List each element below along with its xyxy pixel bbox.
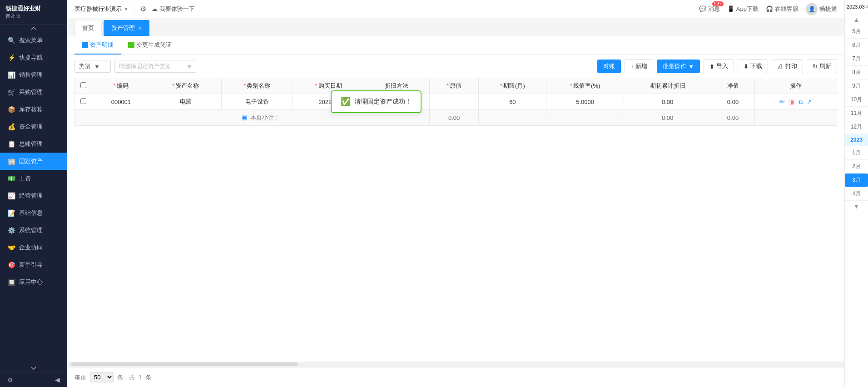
download-icon: ⬇	[744, 63, 749, 70]
experience-btn[interactable]: ☁ 我要体验一下	[152, 5, 195, 13]
user-profile-btn[interactable]: 👤 畅捷通	[806, 3, 837, 15]
th-original-value: *原值	[429, 78, 478, 94]
calendar-month[interactable]: 3月	[845, 174, 868, 187]
sidebar-item-inventory[interactable]: 📦 库存核算	[0, 101, 67, 118]
subtotal-period-cumulative: 0.00	[624, 110, 711, 126]
sidebar-item-base-info[interactable]: 📝 基础信息	[0, 204, 67, 222]
app-subtitle: 普及版	[5, 13, 62, 20]
calendar-month[interactable]: 2月	[845, 160, 868, 174]
online-service-btn[interactable]: 🎧 在线客服	[766, 5, 799, 13]
per-page-select[interactable]: 50 100 200	[90, 372, 114, 382]
tab-asset-detail-label: 资产明细	[90, 41, 114, 49]
more-icon[interactable]: ↗	[807, 98, 812, 105]
hscroll-bar[interactable]	[67, 362, 844, 367]
sidebar-icon-search: 🔍	[7, 36, 15, 45]
per-page-label: 每页	[74, 373, 86, 382]
calendar-month[interactable]: 11月	[845, 107, 868, 120]
sidebar-item-app-center[interactable]: 🔲 应用中心	[0, 273, 67, 291]
subtotal-label: 本页小计：	[250, 114, 280, 121]
delete-icon[interactable]: 🗑	[789, 98, 795, 105]
message-icon: 💬	[699, 5, 706, 12]
th-checkbox	[75, 78, 92, 94]
select-all-checkbox[interactable]	[80, 82, 86, 88]
calendar-year-2023[interactable]: 2023	[845, 134, 868, 146]
sidebar-item-payroll[interactable]: 💵 工资	[0, 170, 67, 187]
calendar-month[interactable]: 8月	[845, 66, 868, 79]
sidebar-scroll-down[interactable]	[0, 365, 67, 372]
messages-btn[interactable]: 💬 消息 99+	[699, 5, 720, 13]
tab-asset-mgmt[interactable]: 资产管理 ✕	[104, 20, 149, 36]
sidebar-item-funds[interactable]: 💰 资金管理	[0, 118, 67, 135]
th-name: *资产名称	[150, 78, 221, 94]
sidebar-label-quick-nav: 快捷导航	[19, 54, 43, 62]
hscroll-thumb[interactable]	[71, 362, 298, 366]
sidebar-icon-sales: 📊	[7, 71, 15, 79]
tab-home[interactable]: 首页	[74, 20, 102, 36]
calendar-month[interactable]: 5月	[845, 25, 868, 39]
row-category: 电子设备	[221, 94, 293, 110]
sidebar-menu: 🔍 搜索菜单 ⚡ 快捷导航 📊 销售管理 🛒 采购管理 📦 库存核算 💰 资金管…	[0, 32, 67, 365]
sidebar-item-purchase[interactable]: 🛒 采购管理	[0, 84, 67, 101]
row-residual-rate: 5.0000	[546, 94, 624, 110]
row-checkbox[interactable]	[80, 98, 86, 104]
table-body: 000001 电脑 电子设备 202206 年限平均 60 5.0000 0.0…	[75, 94, 837, 126]
doc-icon: ▣	[242, 114, 247, 121]
sidebar-label-corp-collab: 企业协同	[19, 243, 43, 252]
sidebar-item-corp-collab[interactable]: 🤝 企业协同	[0, 239, 67, 256]
sidebar-item-system[interactable]: ⚙️ 系统管理	[0, 222, 67, 239]
calendar-scroll-down-btn[interactable]: ▼	[845, 201, 868, 212]
sidebar-item-quick-nav[interactable]: ⚡ 快捷导航	[0, 49, 67, 66]
calendar-month[interactable]: 4月	[845, 187, 868, 201]
category-type-select[interactable]: 类别 ▼	[74, 60, 111, 73]
sidebar-icon-guide: 🎯	[7, 261, 15, 269]
sidebar-item-guide[interactable]: 🎯 新手引导	[0, 256, 67, 273]
sidebar-icon-operations: 📈	[7, 192, 15, 200]
sidebar-item-sales[interactable]: 📊 销售管理	[0, 66, 67, 84]
sidebar-item-search[interactable]: 🔍 搜索菜单	[0, 32, 67, 49]
calendar-month[interactable]: 9月	[845, 79, 868, 93]
inner-tabs: 资产明细 变更生成凭证	[67, 36, 844, 55]
sidebar-scroll-up[interactable]	[0, 25, 67, 32]
print-button[interactable]: 🖨 打印	[772, 60, 803, 73]
calendar-month[interactable]: 12月	[845, 120, 868, 134]
calendar-month[interactable]: 10月	[845, 93, 868, 107]
filter-section: 类别 ▼ 请选择固定资产类别 ▼	[74, 60, 196, 73]
topbar-divider	[134, 5, 134, 14]
tab-close-icon[interactable]: ✕	[138, 25, 142, 31]
edit-icon[interactable]: ✏	[779, 98, 785, 105]
row-period: 60	[479, 94, 546, 110]
app-download-label: App下载	[736, 5, 759, 13]
import-button[interactable]: ⬆ 导入	[704, 60, 734, 73]
sidebar-label-app-center: 应用中心	[19, 278, 43, 286]
reconcile-button[interactable]: 对账	[597, 60, 621, 73]
panel-expand-icon[interactable]: ✕	[865, 4, 868, 10]
new-button[interactable]: + 新增	[625, 60, 653, 73]
refresh-button[interactable]: ↻ 刷新	[807, 60, 837, 73]
download-button[interactable]: ⬇ 下载	[738, 60, 768, 73]
company-dropdown-icon: ▼	[124, 6, 129, 12]
tab-change-voucher[interactable]: 变更生成凭证	[121, 36, 179, 55]
collapse-icon[interactable]: ◀	[55, 376, 60, 383]
batch-ops-button[interactable]: 批量操作 ▼	[657, 60, 700, 73]
toolbar-right: 对账 + 新增 批量操作 ▼ ⬆ 导入 ⬇ 下载 🖨	[597, 60, 837, 73]
company-selector[interactable]: 医疗器械行业演示 ▼	[74, 5, 129, 13]
company-name: 医疗器械行业演示	[74, 5, 122, 13]
calendar-month[interactable]: 7月	[845, 52, 868, 66]
category-input[interactable]: 请选择固定资产类别 ▼	[114, 60, 196, 73]
sidebar-icon-corp-collab: 🤝	[7, 243, 15, 252]
sidebar-icon-ledger: 📋	[7, 140, 15, 148]
calendar-month[interactable]: 6月	[845, 39, 868, 52]
tab-asset-detail[interactable]: 资产明细	[74, 36, 121, 55]
sidebar-item-operations[interactable]: 📈 经营管理	[0, 187, 67, 204]
calendar-month[interactable]: 1月	[845, 146, 868, 160]
sidebar-item-ledger[interactable]: 📋 总账管理	[0, 135, 67, 153]
row-code: 000001	[92, 94, 150, 110]
subtotal-residual-rate	[546, 110, 624, 126]
copy-icon[interactable]: ⧉	[799, 98, 803, 106]
sidebar-label-base-info: 基础信息	[19, 209, 43, 217]
sidebar-item-fixed-assets[interactable]: 🏢 固定资产	[0, 153, 67, 170]
settings-icon[interactable]: ⚙	[7, 376, 13, 383]
settings-gear-icon[interactable]: ⚙	[140, 5, 146, 13]
app-download-btn[interactable]: 📱 App下载	[727, 5, 759, 13]
calendar-scroll-up-btn[interactable]: ▲	[845, 14, 868, 25]
